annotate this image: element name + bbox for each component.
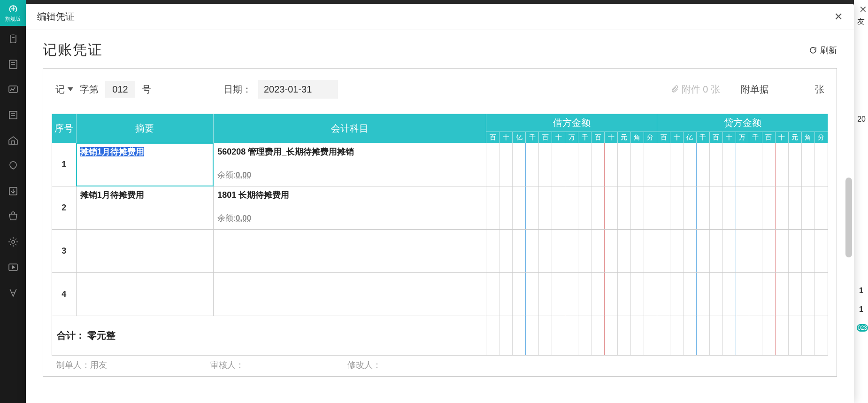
bg-char: 友 [857, 17, 865, 27]
credit-amount-cell[interactable] [657, 143, 828, 186]
credit-amount-cell[interactable] [657, 230, 828, 273]
bg-num-2: 1 [859, 287, 863, 295]
unit-header: 角 [801, 132, 814, 143]
sidebar-item-2[interactable] [7, 58, 19, 70]
unit-header: 十 [670, 132, 684, 143]
attachments-label: 附件 0 张 [682, 83, 720, 96]
number-prefix: 字第 [80, 83, 99, 96]
account-cell[interactable] [214, 230, 486, 273]
row-seq: 2 [52, 186, 77, 230]
unit-header: 百 [486, 132, 499, 143]
credit-amount-cell[interactable] [657, 273, 828, 316]
date-label: 日期： [223, 83, 252, 96]
table-row: 3 [52, 230, 828, 273]
page-title: 记账凭证 [43, 40, 103, 60]
unit-header: 元 [617, 132, 630, 143]
logo-label: 旗舰版 [5, 16, 21, 23]
account-balance: 余额:0.00 [217, 213, 482, 224]
account-balance: 余额:0.00 [217, 170, 482, 180]
summary-cell[interactable]: 摊销1月待摊费用 [76, 143, 214, 186]
sidebar-item-6[interactable] [7, 160, 19, 172]
refresh-icon [809, 46, 817, 54]
col-credit-header: 贷方金额 [657, 114, 828, 132]
attach-count-input[interactable] [776, 81, 808, 97]
unit-header: 千 [749, 132, 762, 143]
paperclip-icon [670, 85, 679, 93]
sidebar-item-10[interactable] [7, 261, 19, 273]
sidebar-item-5[interactable] [7, 134, 19, 147]
unit-header: 百 [591, 132, 605, 143]
account-cell[interactable]: 1801 长期待摊费用余额:0.00 [214, 186, 486, 230]
summary-cell[interactable] [76, 230, 214, 273]
debit-amount-cell[interactable] [486, 273, 657, 316]
bg-num-3: 1 [859, 305, 863, 314]
unit-header: 百 [762, 132, 775, 143]
scrollbar-thumb[interactable] [845, 178, 852, 257]
unit-header: 十 [605, 132, 618, 143]
svg-rect-3 [12, 141, 15, 144]
background-right-panel: 友 ✕ 20 1 1 023 [854, 0, 868, 403]
app-logo[interactable]: 旗舰版 [0, 0, 26, 26]
row-seq: 3 [52, 230, 77, 273]
unit-header: 分 [814, 132, 828, 143]
auditor-label: 审核人： [210, 360, 244, 370]
unit-header: 百 [709, 132, 722, 143]
modal-header: 编辑凭证 ✕ [26, 4, 854, 30]
bg-close-icon[interactable]: ✕ [859, 4, 867, 15]
voucher-date-input[interactable] [258, 80, 338, 99]
col-summary-header: 摘要 [76, 114, 214, 143]
sidebar-item-3[interactable] [7, 84, 19, 96]
unit-header: 百 [539, 132, 552, 143]
refresh-label: 刷新 [820, 45, 837, 56]
table-row: 4 [52, 273, 828, 316]
sidebar-item-8[interactable] [7, 210, 19, 223]
account-cell[interactable]: 560208 管理费用_长期待摊费用摊销余额:0.00 [214, 143, 486, 186]
attach-unit: 张 [815, 83, 824, 96]
unit-header: 十 [499, 132, 513, 143]
total-row: 合计： 零元整 [52, 316, 828, 356]
summary-cell[interactable] [76, 273, 214, 316]
signers-row: 制单人：用友 审核人： 修改人： [52, 356, 828, 374]
debit-amount-cell[interactable] [486, 230, 657, 273]
summary-cell[interactable]: 摊销1月待摊费用 [76, 186, 214, 230]
voucher-number-input[interactable] [105, 81, 135, 98]
refresh-button[interactable]: 刷新 [809, 45, 837, 56]
unit-header: 亿 [684, 132, 697, 143]
unit-header: 十 [552, 132, 565, 143]
unit-header: 千 [578, 132, 591, 143]
modifier-label: 修改人： [347, 360, 381, 370]
edit-voucher-modal: 编辑凭证 ✕ 记账凭证 刷新 记 字第 号 日期： [26, 4, 854, 403]
sidebar: 旗舰版 [0, 0, 26, 403]
sidebar-item-1[interactable] [7, 33, 19, 45]
chevron-down-icon [68, 87, 73, 91]
attachments-link[interactable]: 附件 0 张 [670, 83, 720, 96]
unit-header: 角 [630, 132, 644, 143]
row-seq: 4 [52, 273, 77, 316]
account-name: 1801 长期待摊费用 [217, 189, 482, 201]
account-name: 560208 管理费用_长期待摊费用摊销 [217, 146, 482, 157]
bg-chip: 023 [857, 324, 868, 332]
modal-title: 编辑凭证 [37, 10, 75, 23]
voucher-form-row: 记 字第 号 日期： 附件 0 张 附单据 张 [52, 80, 828, 99]
sidebar-item-11[interactable] [7, 287, 19, 299]
svg-rect-1 [9, 86, 17, 93]
unit-header: 千 [696, 132, 709, 143]
debit-amount-cell[interactable] [486, 143, 657, 186]
table-row: 1摊销1月待摊费用560208 管理费用_长期待摊费用摊销余额:0.00 [52, 143, 828, 186]
sidebar-item-9[interactable] [7, 236, 19, 248]
sidebar-item-7[interactable] [7, 185, 19, 197]
credit-amount-cell[interactable] [657, 186, 828, 230]
voucher-type-select[interactable]: 记 [55, 83, 73, 96]
close-button[interactable]: ✕ [834, 11, 843, 23]
total-debit [486, 316, 657, 356]
attach-input-label: 附单据 [741, 83, 769, 96]
sidebar-item-4[interactable] [7, 109, 19, 121]
account-cell[interactable] [214, 273, 486, 316]
col-debit-header: 借方金额 [486, 114, 657, 132]
total-amount-words: 零元整 [87, 330, 115, 341]
col-account-header: 会计科目 [214, 114, 486, 143]
number-suffix: 号 [142, 83, 151, 96]
debit-amount-cell[interactable] [486, 186, 657, 230]
voucher-type-label: 记 [55, 83, 65, 96]
svg-rect-2 [9, 111, 17, 119]
